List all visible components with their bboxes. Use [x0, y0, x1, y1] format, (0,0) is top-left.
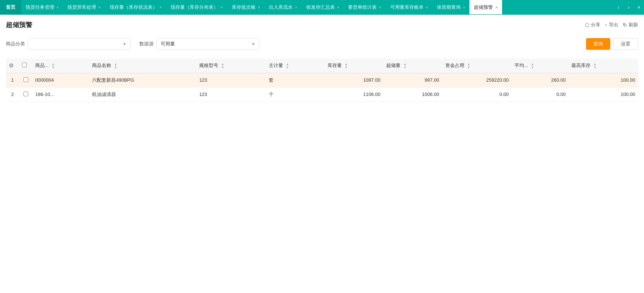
col-stock-qty-label: 库存量: [328, 63, 342, 68]
nav-close-icon[interactable]: ×: [463, 5, 465, 10]
nav-item-stock-dist[interactable]: 现存量（库存分布表） ×: [166, 0, 227, 14]
page-header: 超储预警 ⬡ 分享 ↑ 导出 ↻ 刷新: [6, 21, 638, 29]
settings-button[interactable]: 设置: [613, 38, 638, 50]
cell-product-code: 0000004: [32, 73, 89, 87]
row-checkbox-cell: [19, 73, 32, 87]
col-max-stock-label: 最高库存: [571, 63, 590, 68]
share-icon: ⬡: [585, 22, 589, 28]
nav-item-collect-summary[interactable]: 收发存汇总表 ×: [302, 0, 344, 14]
col-avg[interactable]: 平均... ▲▼: [512, 59, 568, 73]
cell-overstock-qty: 997.00: [383, 73, 442, 87]
row-num: 2: [6, 87, 19, 101]
col-overstock-qty-label: 超储量: [386, 63, 400, 68]
cell-unit: 个: [266, 87, 325, 101]
table-body: 1 0000004 六配套新昌490BPG 123 套 1097.00 997.…: [6, 73, 638, 101]
sort-icon: ▲▼: [531, 63, 534, 69]
nav-close-icon[interactable]: ×: [160, 5, 162, 10]
nav-close-icon[interactable]: ×: [379, 5, 381, 10]
cell-unit: 套: [266, 73, 325, 87]
nav-label: 现存量（库存分布表）: [171, 4, 218, 11]
sort-icon: ▲▼: [114, 63, 117, 69]
col-product-name[interactable]: 商品名称 ▲▼: [89, 59, 196, 73]
share-label: 分享: [591, 22, 600, 28]
page-title: 超储预警: [6, 21, 32, 29]
refresh-icon: ↻: [623, 22, 627, 28]
select-all-checkbox[interactable]: [22, 63, 27, 67]
cell-spec: 123: [196, 87, 266, 101]
nav-item-stock-batch[interactable]: 库存批次账 ×: [227, 0, 264, 14]
data-table: ⚙ 商品... ▲▼ 商品名称 ▲▼ 规格型号 ▲▼ 主计: [6, 59, 638, 102]
col-capital-occ[interactable]: 资金占用 ▲▼: [442, 59, 512, 73]
nav-close-icon[interactable]: ×: [56, 5, 59, 10]
refresh-button[interactable]: ↻ 刷新: [623, 22, 638, 28]
category-label: 商品分类: [6, 41, 25, 47]
nav-close-icon[interactable]: ×: [258, 5, 260, 10]
query-button[interactable]: 查询: [586, 38, 610, 50]
col-settings: ⚙: [6, 59, 19, 73]
cell-capital-occ: 259220.00: [442, 73, 512, 87]
col-capital-occ-label: 资金占用: [445, 63, 464, 68]
nav-label: 超储预警: [474, 4, 493, 11]
col-avg-label: 平均...: [515, 63, 528, 68]
nav-close-icon[interactable]: ×: [426, 5, 428, 10]
category-filter-group: 商品分类 ▼: [6, 38, 131, 50]
col-checkbox: [19, 59, 32, 73]
nav-close-icon[interactable]: ×: [495, 5, 497, 10]
export-label: 导出: [609, 22, 618, 28]
col-unit[interactable]: 主计量 ▲▼: [266, 59, 325, 73]
cell-avg: 260.00: [512, 73, 568, 87]
nav-label: 出入库流水: [269, 4, 293, 11]
nav-label: 保质期查询: [437, 4, 461, 11]
nav-arrow-more[interactable]: ×: [634, 0, 644, 15]
cell-product-code: 186-10...: [32, 87, 89, 101]
nav-home[interactable]: 首页: [0, 0, 21, 14]
nav-close-icon[interactable]: ×: [337, 5, 339, 10]
export-button[interactable]: ↑ 导出: [605, 22, 618, 28]
datasource-select[interactable]: 可用量 ▼: [157, 38, 259, 50]
col-stock-qty[interactable]: 库存量 ▲▼: [325, 59, 383, 73]
cell-spec: 123: [196, 73, 266, 87]
nav-arrow-left[interactable]: ‹: [613, 0, 623, 15]
col-spec-label: 规格型号: [199, 63, 218, 68]
cell-max-stock: 100.00: [568, 87, 638, 101]
nav-arrow-right[interactable]: ›: [623, 0, 634, 15]
row-checkbox[interactable]: [23, 77, 28, 82]
cell-overstock-qty: 1006.00: [383, 87, 442, 101]
col-overstock-qty[interactable]: 超储量 ▲▼: [383, 59, 442, 73]
share-button[interactable]: ⬡ 分享: [585, 22, 600, 28]
table-row: 1 0000004 六配套新昌490BPG 123 套 1097.00 997.…: [6, 73, 638, 87]
sort-icon: ▲▼: [593, 63, 597, 69]
nav-close-icon[interactable]: ×: [295, 5, 297, 10]
nav-item-stock-status[interactable]: 现存量（库存状况表） ×: [105, 0, 166, 14]
nav-item-in-out-flow[interactable]: 出入库流水 ×: [264, 0, 301, 14]
sort-icon: ▲▼: [51, 63, 55, 69]
gear-icon[interactable]: ⚙: [9, 62, 14, 68]
row-num: 1: [6, 73, 19, 87]
nav-label: 收发存汇总表: [306, 4, 335, 11]
row-checkbox[interactable]: [23, 92, 28, 96]
nav-item-order-count[interactable]: 要货单统计表 ×: [344, 0, 385, 14]
nav-item-quality-check[interactable]: 保质期查询 ×: [432, 0, 469, 14]
nav-item-task-mgmt[interactable]: 拣货任务管理 ×: [21, 0, 63, 14]
nav-close-icon[interactable]: ×: [98, 5, 100, 10]
col-max-stock[interactable]: 最高库存 ▲▼: [568, 59, 638, 73]
sort-icon: ▲▼: [403, 63, 407, 69]
sort-icon: ▲▼: [345, 63, 348, 69]
nav-item-avail-stock[interactable]: 可用量库存账本 ×: [386, 0, 432, 14]
sort-icon: ▲▼: [286, 63, 289, 69]
table-header: ⚙ 商品... ▲▼ 商品名称 ▲▼ 规格型号 ▲▼ 主计: [6, 59, 638, 73]
cell-product-name: 机油滤清器: [89, 87, 196, 101]
nav-item-abnormal[interactable]: 拣货异常处理 ×: [63, 0, 105, 14]
datasource-label: 数据源: [139, 41, 154, 47]
col-spec[interactable]: 规格型号 ▲▼: [196, 59, 266, 73]
cell-capital-occ: 0.00: [442, 87, 512, 101]
col-product-code[interactable]: 商品... ▲▼: [32, 59, 89, 73]
chevron-down-icon: ▼: [251, 42, 255, 46]
chevron-down-icon: ▼: [122, 42, 127, 46]
category-select[interactable]: ▼: [28, 38, 131, 50]
sort-icon: ▲▼: [221, 63, 224, 69]
nav-item-overstock[interactable]: 超储预警 ×: [469, 0, 502, 14]
nav-close-icon[interactable]: ×: [220, 5, 223, 10]
nav-arrows: ‹ › ×: [613, 0, 644, 15]
filter-buttons: 查询 设置: [586, 38, 638, 50]
